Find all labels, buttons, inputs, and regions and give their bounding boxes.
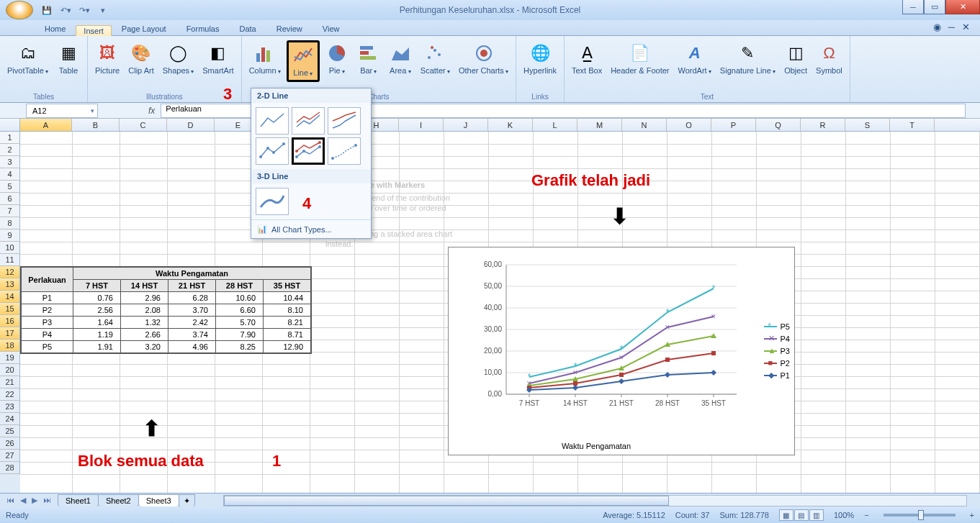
save-icon[interactable]: 💾 — [39, 2, 55, 18]
name-box[interactable]: A12 — [26, 104, 98, 118]
pivottable-button[interactable]: 🗂PivotTable — [4, 40, 51, 78]
col-header-O[interactable]: O — [667, 119, 711, 131]
col-header-P[interactable]: P — [711, 119, 756, 131]
zoom-slider[interactable] — [884, 514, 956, 517]
help-icon[interactable]: ◉ — [933, 22, 941, 32]
row-header-22[interactable]: 22 — [0, 388, 20, 401]
select-all-button[interactable] — [0, 119, 20, 131]
col-header-M[interactable]: M — [577, 119, 622, 131]
row-header-25[interactable]: 25 — [0, 425, 20, 437]
signature-line-button[interactable]: ✎Signature Line — [717, 40, 778, 78]
all-chart-types-button[interactable]: 📊All Chart Types... — [251, 219, 371, 238]
col-header-L[interactable]: L — [533, 119, 577, 131]
smartart-button[interactable]: ◧SmartArt — [199, 40, 236, 76]
row-header-19[interactable]: 19 — [0, 352, 20, 364]
line-2d-option-6[interactable] — [328, 137, 361, 165]
bar-chart-button[interactable]: Bar — [354, 40, 383, 78]
sheet-nav-next-icon[interactable]: ▶ — [30, 496, 40, 505]
col-header-C[interactable]: C — [120, 119, 167, 131]
maximize-button[interactable]: ▭ — [924, 0, 945, 14]
col-header-Q[interactable]: Q — [756, 119, 801, 131]
view-page-layout-icon[interactable]: ▤ — [794, 509, 809, 521]
qat-customize-icon[interactable]: ▾ — [95, 2, 111, 18]
row-header-26[interactable]: 26 — [0, 437, 20, 450]
row-header-27[interactable]: 27 — [0, 450, 20, 462]
row-header-12[interactable]: 12 — [0, 266, 20, 278]
redo-icon[interactable]: ↷▾ — [76, 2, 92, 18]
zoom-in-button[interactable]: + — [970, 511, 974, 519]
tab-view[interactable]: View — [313, 22, 350, 35]
col-header-K[interactable]: K — [488, 119, 533, 131]
object-button[interactable]: ◫Object — [781, 40, 810, 76]
tab-data[interactable]: Data — [229, 22, 266, 35]
view-page-break-icon[interactable]: ▥ — [809, 509, 824, 521]
row-header-21[interactable]: 21 — [0, 376, 20, 388]
minimize-ribbon-icon[interactable]: ─ — [948, 22, 955, 32]
col-header-J[interactable]: J — [444, 119, 488, 131]
hyperlink-button[interactable]: 🌐Hyperlink — [521, 40, 559, 76]
row-header-13[interactable]: 13 — [0, 278, 20, 291]
other-charts-button[interactable]: Other Charts — [456, 40, 511, 78]
symbol-button[interactable]: ΩSymbol — [813, 40, 845, 76]
row-header-3[interactable]: 3 — [0, 156, 20, 168]
line-2d-option-4[interactable] — [256, 137, 289, 165]
zoom-out-button[interactable]: − — [864, 511, 868, 519]
col-header-S[interactable]: S — [845, 119, 890, 131]
sheet-nav-first-icon[interactable]: ⏮ — [4, 496, 17, 505]
clipart-button[interactable]: 🎨Clip Art — [125, 40, 156, 76]
embedded-chart[interactable]: 0,0010,0020,0030,0040,0050,0060,007 HST1… — [448, 247, 795, 455]
shapes-button[interactable]: ◯Shapes — [160, 40, 197, 78]
sheet-nav-prev-icon[interactable]: ◀ — [18, 496, 28, 505]
header-footer-button[interactable]: 📄Header & Footer — [608, 40, 672, 76]
scatter-chart-button[interactable]: Scatter — [418, 40, 453, 78]
row-header-24[interactable]: 24 — [0, 413, 20, 425]
col-header-D[interactable]: D — [167, 119, 215, 131]
row-header-20[interactable]: 20 — [0, 364, 20, 376]
office-button[interactable] — [6, 1, 33, 19]
view-normal-icon[interactable]: ▦ — [779, 509, 794, 521]
col-header-N[interactable]: N — [622, 119, 667, 131]
line-chart-button[interactable]: Line — [287, 40, 320, 82]
picture-button[interactable]: 🖼Picture — [92, 40, 122, 76]
tab-insert[interactable]: Insert — [76, 25, 112, 36]
row-header-15[interactable]: 15 — [0, 303, 20, 315]
row-header-17[interactable]: 17 — [0, 327, 20, 340]
horizontal-scrollbar[interactable] — [223, 495, 967, 506]
undo-icon[interactable]: ↶▾ — [58, 2, 73, 18]
textbox-button[interactable]: A̲Text Box — [569, 40, 605, 76]
row-header-8[interactable]: 8 — [0, 217, 20, 229]
worksheet-grid[interactable]: ABCDEFGHIJKLMNOPQRST 1234567891011121314… — [0, 119, 980, 493]
area-chart-button[interactable]: Area — [386, 40, 415, 78]
table-button[interactable]: ▦Table — [54, 40, 83, 76]
sheet-tab-1[interactable]: Sheet1 — [58, 494, 99, 506]
new-sheet-button[interactable]: ✦ — [179, 494, 195, 507]
cells-area[interactable]: Perlakuan Waktu Pengamatan 7 HST14 HST21… — [20, 132, 980, 493]
tab-formulas[interactable]: Formulas — [176, 22, 230, 35]
row-header-16[interactable]: 16 — [0, 315, 20, 327]
close-button[interactable]: ✕ — [945, 0, 980, 14]
close-workbook-icon[interactable]: ✕ — [962, 22, 970, 32]
tab-review[interactable]: Review — [266, 22, 313, 35]
tab-page-layout[interactable]: Page Layout — [112, 22, 176, 35]
line-2d-option-3[interactable] — [328, 107, 361, 135]
pie-chart-button[interactable]: Pie — [323, 40, 351, 78]
sheet-tab-3[interactable]: Sheet3 — [138, 494, 179, 506]
tab-home[interactable]: Home — [35, 22, 76, 35]
line-2d-option-2[interactable] — [292, 107, 325, 135]
col-header-B[interactable]: B — [72, 119, 120, 131]
line-3d-option-1[interactable] — [256, 188, 289, 215]
minimize-button[interactable]: ─ — [902, 0, 924, 14]
row-header-18[interactable]: 18 — [0, 340, 20, 352]
row-header-5[interactable]: 5 — [0, 181, 20, 193]
line-2d-option-1[interactable] — [256, 107, 289, 135]
fx-icon[interactable]: fx — [148, 106, 155, 116]
row-header-11[interactable]: 11 — [0, 254, 20, 266]
row-header-7[interactable]: 7 — [0, 205, 20, 217]
column-chart-button[interactable]: Column — [246, 40, 284, 78]
wordart-button[interactable]: AWordArt — [675, 40, 714, 78]
line-2d-option-5-stacked-markers[interactable] — [292, 137, 325, 165]
row-header-9[interactable]: 9 — [0, 229, 20, 242]
col-header-T[interactable]: T — [890, 119, 935, 131]
row-header-1[interactable]: 1 — [0, 132, 20, 144]
row-header-4[interactable]: 4 — [0, 168, 20, 181]
